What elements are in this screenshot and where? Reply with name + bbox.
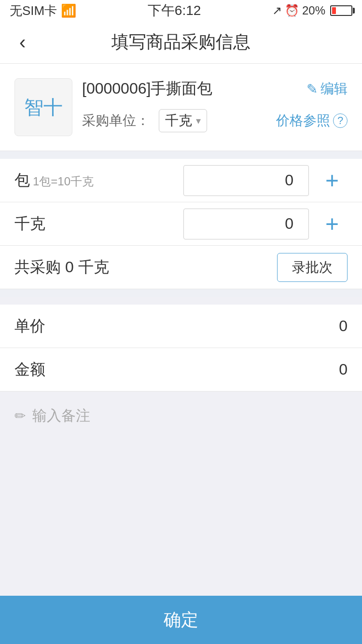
page-title: 填写商品采购信息 bbox=[111, 30, 251, 54]
location-icon: ↗ bbox=[272, 4, 282, 17]
kg-quantity-input[interactable] bbox=[183, 209, 309, 239]
kg-label: 千克 bbox=[14, 213, 92, 235]
dropdown-arrow-icon: ▾ bbox=[196, 115, 201, 126]
input-section: 包1包=10千克 + 千克 + bbox=[0, 159, 362, 246]
product-image: 智十 bbox=[14, 78, 72, 136]
amount-label: 金额 bbox=[14, 359, 45, 380]
bag-plus-button[interactable]: + bbox=[317, 165, 348, 196]
product-name-row: [0000006]手撕面包 ✎ 编辑 bbox=[82, 78, 348, 99]
edit-label: 编辑 bbox=[320, 80, 348, 98]
unit-price-label: 单价 bbox=[14, 316, 45, 337]
amount-row: 金额 0 bbox=[0, 348, 362, 392]
wifi-icon: 📶 bbox=[61, 3, 76, 18]
alarm-icon: ⏰ bbox=[285, 4, 299, 17]
confirm-button-label: 确定 bbox=[164, 608, 198, 632]
status-bar: 无SIM卡 📶 下午6:12 ↗ ⏰ 20% bbox=[0, 0, 362, 21]
bottom-spacer bbox=[0, 498, 362, 546]
edit-button[interactable]: ✎ 编辑 bbox=[306, 80, 348, 98]
pencil-icon: ✏ bbox=[14, 408, 26, 424]
unit-selector[interactable]: 千克 ▾ bbox=[159, 109, 207, 132]
price-ref-label: 价格参照 bbox=[276, 112, 330, 130]
edit-icon: ✎ bbox=[306, 81, 318, 97]
carrier-text: 无SIM卡 bbox=[10, 2, 57, 19]
nav-bar: ‹ 填写商品采购信息 bbox=[0, 21, 362, 64]
product-card: 智十 [0000006]手撕面包 ✎ 编辑 采购单位： 千克 ▾ 价格参照 ? bbox=[0, 64, 362, 151]
purchase-unit-label: 采购单位： bbox=[82, 113, 150, 128]
price-ref-button[interactable]: 价格参照 ? bbox=[276, 112, 348, 130]
amount-value: 0 bbox=[339, 361, 348, 378]
status-right: ↗ ⏰ 20% bbox=[272, 4, 352, 17]
bag-sublabel: 1包=10千克 bbox=[33, 175, 94, 188]
purchase-unit-row: 采购单位： 千克 ▾ 价格参照 ? bbox=[82, 109, 348, 132]
remark-placeholder: ✏ 输入备注 bbox=[14, 406, 348, 426]
back-button[interactable]: ‹ bbox=[14, 27, 30, 58]
kg-input-row: 千克 + bbox=[0, 202, 362, 246]
confirm-button[interactable]: 确定 bbox=[0, 596, 362, 644]
battery-fill bbox=[332, 7, 336, 14]
total-text: 共采购 0 千克 bbox=[14, 257, 109, 278]
total-row: 共采购 0 千克 录批次 bbox=[0, 246, 362, 289]
remark-placeholder-text: 输入备注 bbox=[32, 406, 90, 426]
unit-price-row: 单价 0 bbox=[0, 305, 362, 348]
info-section: 单价 0 金额 0 bbox=[0, 305, 362, 392]
product-image-text: 智十 bbox=[24, 94, 63, 121]
bag-label: 包1包=10千克 bbox=[14, 170, 94, 191]
kg-input-wrap: + bbox=[92, 209, 348, 239]
battery-icon bbox=[330, 5, 352, 16]
bag-input-wrap: + bbox=[94, 165, 348, 196]
status-time: 下午6:12 bbox=[148, 1, 201, 20]
product-info: [0000006]手撕面包 ✎ 编辑 采购单位： 千克 ▾ 价格参照 ? bbox=[82, 78, 348, 132]
purchase-unit-group: 采购单位： 千克 ▾ bbox=[82, 109, 207, 132]
bag-quantity-input[interactable] bbox=[183, 165, 309, 196]
price-ref-icon: ? bbox=[333, 113, 348, 128]
product-name: [0000006]手撕面包 bbox=[82, 78, 212, 99]
unit-price-value: 0 bbox=[339, 317, 348, 335]
battery-percent: 20% bbox=[302, 4, 325, 17]
bag-input-row: 包1包=10千克 + bbox=[0, 159, 362, 202]
record-batch-button[interactable]: 录批次 bbox=[277, 253, 348, 282]
section-separator-1 bbox=[0, 151, 362, 159]
remark-section[interactable]: ✏ 输入备注 bbox=[0, 392, 362, 498]
status-left: 无SIM卡 📶 bbox=[10, 2, 76, 19]
section-separator-2 bbox=[0, 289, 362, 297]
unit-value: 千克 bbox=[165, 112, 192, 130]
kg-plus-button[interactable]: + bbox=[317, 209, 348, 239]
